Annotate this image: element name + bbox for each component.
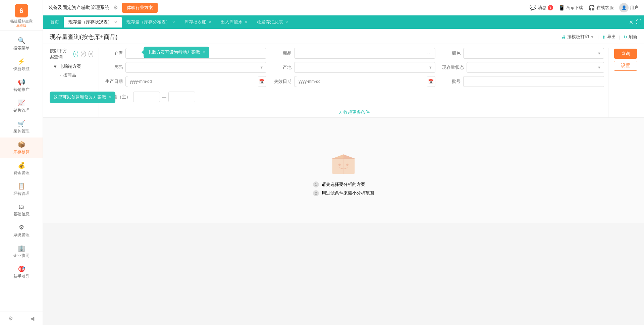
tab-bar-actions: ✕ ⛶ [629, 19, 641, 25]
sidebar-item-quick[interactable]: ⚡ 快捷导航 [0, 54, 43, 75]
scheme-child-goods[interactable]: · 按商品 [60, 72, 93, 78]
purchase-icon: 🛒 [18, 120, 25, 127]
svg-marker-2 [343, 154, 355, 159]
basic-icon: 🗂 [18, 203, 24, 210]
scheme-child-dot: · [60, 73, 61, 78]
tab-inventory-dist[interactable]: 现存量（库存分布表） ✕ [122, 17, 180, 28]
collapse-btn[interactable]: ∧ 收起更多条件 [104, 107, 604, 117]
tab-close-icon[interactable]: ✕ [285, 20, 288, 24]
scheme-parent-desktop[interactable]: ▼ 电脑端方案 [53, 63, 93, 69]
tooltip1-close-btn[interactable]: × [203, 50, 205, 55]
sidebar-collapse-btn[interactable]: ◀ [30, 315, 34, 322]
empty-state: 1 请先选择要分析的方案 2 用过滤条件来缩小分析范围 [43, 118, 644, 223]
size-chevron-icon: ▼ [260, 65, 263, 69]
batch-input[interactable] [463, 76, 604, 87]
print-btn[interactable]: 🖨 按模板打印 ▼ [561, 34, 594, 40]
tab-receive-summary[interactable]: 收发存汇总表 ✕ [252, 17, 293, 28]
industry-btn[interactable]: 体验行业方案 [122, 3, 158, 13]
header-support-action[interactable]: 🎧 在线客服 [588, 4, 614, 11]
export-icon: ⬆ [602, 35, 606, 40]
tab-close-all-btn[interactable]: ✕ [629, 19, 633, 25]
operations-icon: 📋 [18, 182, 25, 190]
sidebar-item-operations[interactable]: 📋 经营管理 [0, 179, 43, 200]
header-user-action[interactable]: 👤 用户 [619, 3, 639, 12]
tab-close-icon[interactable]: ✕ [245, 20, 248, 24]
tab-close-icon[interactable]: ✕ [114, 20, 117, 24]
tab-bar: 首页 现存量（库存状况表） ✕ 现存量（库存分布表） ✕ 库存批次账 ✕ 出入库… [43, 15, 644, 29]
main-area: 装备及固定资产辅助管理系统 ⚙ 体验行业方案 💬 消息 9 📱 App下载 🎧 … [43, 0, 644, 325]
tab-inventory-status[interactable]: 现存量（库存状况表） ✕ [64, 17, 122, 28]
tooltip2-close-btn[interactable]: × [109, 95, 111, 100]
color-select[interactable]: ▼ [463, 48, 604, 59]
message-badge: 9 [548, 5, 553, 10]
search-btn[interactable]: 查询 [614, 49, 637, 59]
tooltip-scheme-mobile: 电脑方案可设为移动方案哦 × [144, 47, 209, 58]
header-right: 💬 消息 9 📱 App下载 🎧 在线客服 👤 用户 [530, 3, 639, 12]
page-actions: 🖨 按模板打印 ▼ | ⬆ 导出 | ↻ 刷新 [561, 34, 637, 40]
scheme-tree: ▼ 电脑端方案 · 按商品 这里可以创建和修改方案哦 [53, 63, 93, 104]
guide-icon: 🎯 [18, 265, 25, 273]
warehouse-dots-btn[interactable]: ··· [256, 51, 262, 56]
filter-area: 按以下方案查询 + ↺ « 电脑方案可设为移动方案哦 × [43, 44, 644, 117]
support-icon: 🎧 [588, 4, 595, 11]
filter-produce-date: 生产日期 📅 [104, 76, 266, 87]
origin-select[interactable]: ▼ [294, 62, 435, 73]
sidebar-item-guide[interactable]: 🎯 新手引导 [0, 262, 43, 283]
sidebar-item-basic[interactable]: 🗂 基础信息 [0, 200, 43, 220]
tooltip-scheme-edit: 这里可以创建和修改方案哦 × [50, 92, 115, 103]
stock-status-chevron-icon: ▼ [597, 65, 601, 69]
size-select[interactable]: ▼ [125, 62, 266, 73]
sidebar-item-marketing[interactable]: 📢 营销推广 [0, 75, 43, 96]
header-app-action[interactable]: 📱 App下载 [558, 4, 583, 11]
sidebar-item-system[interactable]: ⚙ 系统管理 [0, 220, 43, 241]
filter-batch: 批号 [442, 76, 604, 87]
header-settings-icon[interactable]: ⚙ [113, 4, 118, 11]
refresh-btn[interactable]: ↻ 刷新 [624, 34, 637, 40]
produce-date-input[interactable] [127, 76, 259, 87]
filter-stock-status: 现存量状态 ▼ [442, 62, 604, 73]
sidebar-settings-btn[interactable]: ⚙ [8, 315, 13, 322]
sidebar-item-inventory[interactable]: 📦 库存核算 [0, 138, 43, 158]
filter-goods: 商品 ··· [273, 48, 435, 59]
print-chevron-icon: ▼ [590, 35, 594, 39]
tab-inout-flow[interactable]: 出入库流水 ✕ [216, 17, 252, 28]
stock-qty-min-input[interactable] [133, 92, 160, 102]
empty-text: 1 请先选择要分析的方案 2 用过滤条件来缩小分析范围 [313, 181, 374, 196]
system-icon: ⚙ [19, 224, 24, 231]
sidebar-item-finance[interactable]: 💰 资金管理 [0, 158, 43, 179]
message-icon: 💬 [530, 4, 536, 11]
sidebar-item-enterprise[interactable]: 🏢 企业协同 [0, 241, 43, 262]
sidebar-item-search[interactable]: 🔍 搜索菜单 [0, 34, 43, 54]
sales-icon: 📈 [18, 99, 25, 107]
filter-origin: 产地 ▼ [273, 62, 435, 73]
sidebar-item-purchase[interactable]: 🛒 采购管理 [0, 117, 43, 138]
stock-qty-max-input[interactable] [168, 92, 195, 102]
sidebar-item-sales[interactable]: 📈 销售管理 [0, 96, 43, 117]
svg-point-6 [346, 164, 348, 166]
sidebar-logo: 6 畅捷通好生意 标准版 [0, 0, 43, 31]
filter-row2: 尺码 ▼ 产地 ▼ [104, 62, 604, 76]
filter-main: 按以下方案查询 + ↺ « 电脑方案可设为移动方案哦 × [50, 48, 637, 117]
filter-row4: 现存量（主） — [104, 92, 604, 106]
produce-date-calendar-icon[interactable]: 📅 [259, 79, 265, 84]
stock-status-select[interactable]: ▼ [467, 62, 604, 73]
enterprise-icon: 🏢 [18, 245, 25, 252]
filter-reset-btn[interactable]: ↺ [81, 51, 86, 57]
reset-btn[interactable]: 设置 [614, 61, 637, 71]
expire-date-input[interactable] [296, 76, 428, 87]
tab-batch-account[interactable]: 库存批次账 ✕ [180, 17, 216, 28]
tab-home[interactable]: 首页 [46, 19, 64, 25]
filter-add-btn[interactable]: + [73, 51, 78, 57]
header-message-action[interactable]: 💬 消息 9 [530, 4, 553, 11]
goods-input[interactable] [297, 48, 424, 58]
export-btn[interactable]: ⬆ 导出 [602, 34, 616, 40]
print-icon: 🖨 [561, 35, 566, 40]
expire-date-calendar-icon[interactable]: 📅 [428, 79, 434, 84]
tab-expand-btn[interactable]: ⛶ [636, 19, 641, 25]
goods-dots-btn[interactable]: ··· [425, 51, 431, 56]
system-name: 装备及固定资产辅助管理系统 [48, 5, 109, 11]
tab-close-icon[interactable]: ✕ [208, 20, 211, 24]
tab-close-icon[interactable]: ✕ [172, 20, 175, 24]
filter-back-btn[interactable]: « [89, 51, 93, 57]
sidebar-bottom: ⚙ ◀ [0, 312, 43, 325]
